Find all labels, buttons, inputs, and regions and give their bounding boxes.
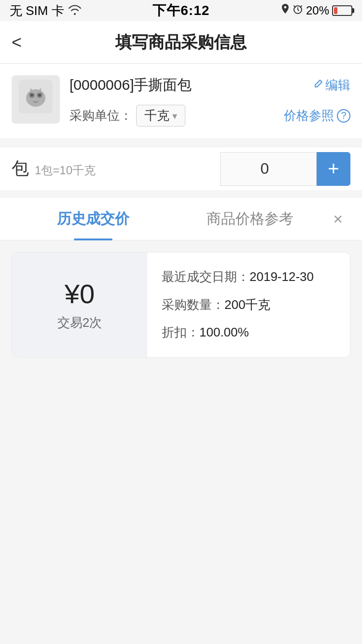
tabs-close-button[interactable]: × (328, 205, 348, 233)
quantity-unit-sub: 1包=10千克 (35, 163, 96, 178)
quantity-input[interactable] (220, 152, 317, 186)
unit-dropdown-arrow: ▾ (172, 110, 177, 122)
product-card: [0000006]手撕面包 编辑 采购单位： 千克 ▾ 价格参照 (0, 64, 362, 138)
price-card-right: 最近成交日期：2019-12-30 采购数量：200千克 折扣：100.00% (147, 252, 350, 357)
recent-date-value: 2019-12-30 (250, 269, 314, 284)
alarm-icon (292, 4, 303, 17)
price-card-container: ¥0 交易2次 最近成交日期：2019-12-30 采购数量：200千克 折扣：… (0, 240, 362, 369)
unit-label: 采购单位： (70, 107, 132, 124)
unit-select[interactable]: 千克 ▾ (136, 105, 185, 126)
tabs-bar: 历史成交价 商品价格参考 × (0, 198, 362, 240)
tab-reference[interactable]: 商品价格参考 (171, 198, 328, 240)
section-divider (0, 138, 362, 146)
product-name-row: [0000006]手撕面包 编辑 (70, 75, 350, 95)
price-trades: 交易2次 (57, 314, 102, 331)
battery-pct: 20% (306, 4, 329, 17)
location-icon (281, 4, 290, 17)
unit-row: 采购单位： 千克 ▾ 价格参照 ? (70, 105, 350, 126)
quantity-input-group[interactable]: + (220, 152, 350, 186)
discount-label: 折扣： (162, 325, 199, 339)
edit-button[interactable]: 编辑 (313, 77, 350, 94)
status-left: 无 SIM 卡 (10, 2, 82, 19)
price-card: ¥0 交易2次 最近成交日期：2019-12-30 采购数量：200千克 折扣：… (12, 252, 350, 358)
price-ref-help-icon: ? (337, 109, 350, 123)
price-detail-discount: 折扣：100.00% (162, 322, 335, 343)
page-title: 填写商品采购信息 (115, 31, 247, 54)
price-detail-date: 最近成交日期：2019-12-30 (162, 267, 335, 287)
status-time: 下午6:12 (153, 1, 209, 20)
purchase-qty-label: 采购数量： (162, 297, 224, 312)
quantity-label-group: 包 1包=10千克 (12, 157, 96, 181)
svg-point-6 (38, 94, 41, 97)
tab-reference-label: 商品价格参考 (207, 209, 293, 229)
price-detail-qty: 采购数量：200千克 (162, 295, 335, 315)
price-amount: ¥0 (65, 278, 95, 309)
tab-history[interactable]: 历史成交价 (14, 198, 171, 240)
unit-value: 千克 (144, 107, 169, 124)
price-symbol: ¥ (65, 279, 80, 309)
product-thumbnail (12, 75, 60, 124)
recent-date-label: 最近成交日期： (162, 269, 250, 284)
price-ref-label: 价格参照 (284, 107, 334, 124)
wifi-icon (68, 3, 82, 18)
tab-history-underline (74, 238, 112, 240)
quantity-plus-button[interactable]: + (317, 152, 350, 186)
carrier-text: 无 SIM 卡 (10, 2, 64, 19)
svg-point-2 (26, 89, 45, 107)
product-full-name: [0000006]手撕面包 (70, 75, 192, 95)
svg-point-5 (30, 94, 33, 97)
status-right: 20% (281, 4, 352, 17)
price-card-left: ¥0 交易2次 (12, 252, 147, 357)
product-info: [0000006]手撕面包 编辑 采购单位： 千克 ▾ 价格参照 (70, 75, 350, 126)
nav-bar: < 填写商品采购信息 (0, 21, 362, 64)
status-bar: 无 SIM 卡 下午6:12 20% (0, 0, 362, 21)
purchase-qty-value: 200千克 (224, 297, 270, 312)
tab-history-label: 历史成交价 (57, 209, 129, 229)
back-button[interactable]: < (12, 32, 22, 53)
quantity-unit-big: 包 (12, 157, 29, 181)
battery-icon (332, 5, 352, 16)
price-value: 0 (80, 279, 95, 309)
quantity-section: 包 1包=10千克 + (0, 147, 362, 190)
edit-label: 编辑 (325, 77, 350, 94)
edit-icon (313, 79, 323, 92)
price-ref-button[interactable]: 价格参照 ? (284, 107, 350, 124)
product-thumbnail-icon (19, 80, 53, 119)
discount-value: 100.00% (199, 325, 249, 339)
